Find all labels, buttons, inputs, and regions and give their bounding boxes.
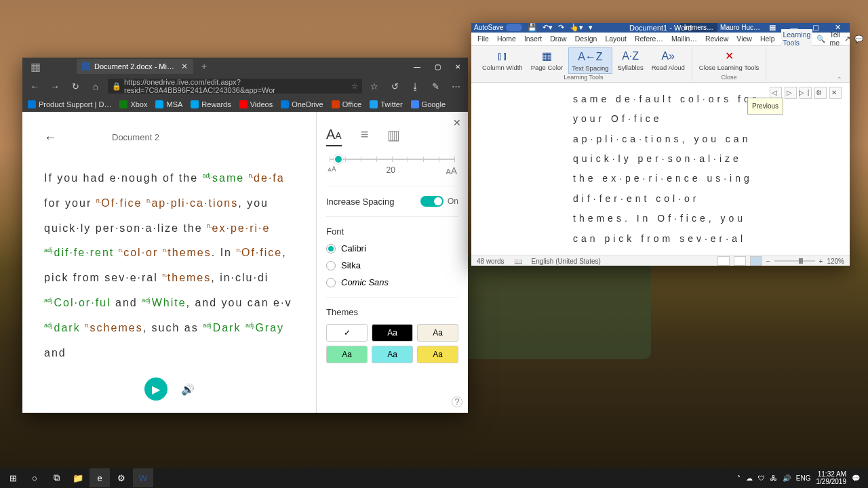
bookmark-item[interactable]: Xbox [119,100,147,108]
grammar-tab[interactable]: ≡ [361,127,369,146]
new-tab-button[interactable]: + [201,61,207,72]
comments-icon[interactable]: 💬 [854,35,863,43]
clock-time[interactable]: 11:32 AM [816,470,847,478]
zoom-out-icon[interactable]: − [766,258,770,265]
start-button[interactable]: ⊞ [3,468,23,487]
zoom-slider[interactable] [774,260,815,262]
file-explorer-icon[interactable]: 📁 [68,468,88,487]
share-icon[interactable]: ↗ [844,35,850,43]
font-sitka[interactable]: Sitka [326,260,458,270]
tab-draw[interactable]: Draw [548,33,569,44]
text-prefs-tab[interactable]: AA [326,127,342,146]
maximize-button[interactable]: ▢ [427,58,448,75]
refresh-icon[interactable]: ↻ [67,81,83,92]
network-tray-icon[interactable]: 🖧 [770,474,777,482]
tell-me[interactable]: Tell me [829,30,840,47]
notes-icon[interactable]: ✎ [427,81,443,92]
theme-white[interactable]: ✓ [326,324,368,342]
word-document[interactable]: ⌃ ◁ ▷ ▷| ⚙ ✕ Previous same de·fault col·… [471,83,850,256]
settings-icon[interactable]: ⚙ [111,468,132,487]
word-count[interactable]: 48 words [477,258,505,265]
tab-file[interactable]: File [475,33,491,44]
clock-date[interactable]: 1/29/2019 [816,478,847,485]
close-button[interactable]: ✕ [448,58,468,75]
tab-layout[interactable]: Layout [603,33,629,44]
text-size-slider[interactable]: ᴀA20ᴀA [326,159,458,176]
bookmark-item[interactable]: Twitter [370,100,402,108]
theme-yellow[interactable]: Aa [417,346,458,363]
tabs-icon[interactable]: ▦ [22,60,48,73]
bookmark-item[interactable]: MSA [155,100,182,108]
column-width-button[interactable]: ⫿⫿Column Width [479,47,526,74]
onedrive-tray-icon[interactable]: ☁ [746,474,753,482]
font-calibri[interactable]: Calibri [326,243,458,253]
volume-tray-icon[interactable]: 🔊 [783,474,791,482]
close-read-aloud-button[interactable]: ✕ [829,87,842,99]
theme-sepia[interactable]: Aa [417,324,458,342]
tray-up-icon[interactable]: ˄ [737,474,741,482]
tab-insert[interactable]: Insert [522,33,544,44]
ribbon-options-icon[interactable]: ▦ [763,23,782,32]
close-learning-tools-button[interactable]: ✕Close Learning Tools [696,47,762,73]
word-taskbar-icon[interactable]: W [133,468,153,487]
browser-tab[interactable]: Document 2.docx - Mi… ✕ [77,59,193,74]
bookmark-item[interactable]: Product Support | D… [28,100,111,108]
play-button[interactable]: ▶ [144,378,167,401]
language-indicator[interactable]: ENG [796,474,811,482]
bookmark-item[interactable]: Videos [239,100,273,108]
reading-tab[interactable]: ▥ [387,127,400,146]
undo-icon[interactable]: ↶▾ [542,23,553,32]
minimize-button[interactable]: — [407,58,427,75]
web-layout-icon[interactable] [750,256,762,266]
touch-icon[interactable]: 👆▾ [570,23,583,32]
edge-icon[interactable]: e [90,468,110,487]
theme-black[interactable]: Aa [372,324,413,342]
reader-back-icon[interactable]: ← [44,131,56,145]
qat-menu-icon[interactable]: ▾ [589,23,593,32]
theme-cyan[interactable]: Aa [372,346,413,363]
read-mode-icon[interactable] [717,256,730,266]
search-icon[interactable]: 🔍 [816,35,825,43]
bookmark-item[interactable]: Office [332,100,362,108]
voice-settings-icon[interactable]: 🔊 [181,383,195,396]
downloads-icon[interactable]: ⭳ [407,81,423,92]
redo-icon[interactable]: ↷ [558,23,564,32]
collapse-ribbon-icon[interactable]: ⌃ [837,73,846,86]
bookmark-item[interactable]: Google [411,100,446,108]
tab-design[interactable]: Design [573,33,599,44]
address-bar[interactable]: 🔒 https://onedrive.live.com/edit.aspx?re… [108,79,362,94]
spelling-icon[interactable]: 📖 [514,258,522,265]
tab-references[interactable]: Refere… [633,33,665,44]
zoom-level[interactable]: 120% [827,258,844,265]
history-icon[interactable]: ↺ [387,81,403,92]
forward-icon[interactable]: → [47,81,63,92]
home-icon[interactable]: ⌂ [87,81,104,92]
cortana-icon[interactable]: ○ [24,468,45,487]
font-comicsans[interactable]: Comic Sans [326,277,458,287]
tab-help[interactable]: Help [758,33,777,44]
security-tray-icon[interactable]: 🛡 [758,474,765,482]
save-icon[interactable]: 💾 [528,23,537,32]
back-icon[interactable]: ← [26,81,43,92]
text-spacing-button[interactable]: A←ZText Spacing [568,47,612,74]
play-button[interactable]: ▷ [785,87,797,99]
page-color-button[interactable]: ▦Page Color [528,47,566,74]
print-layout-icon[interactable] [734,256,746,266]
panel-close-icon[interactable]: ✕ [453,117,461,128]
help-icon[interactable]: ? [452,396,462,407]
tab-close-icon[interactable]: ✕ [181,62,188,71]
menu-icon[interactable]: ⋯ [448,81,464,92]
notifications-icon[interactable]: 💬 [852,474,860,482]
settings-button[interactable]: ⚙ [814,87,827,99]
autosave-toggle[interactable]: AutoSave [474,24,522,31]
tab-mailings[interactable]: Mailin… [669,33,699,44]
tab-view[interactable]: View [734,33,754,44]
user-name[interactable]: Mauro Huc… [720,24,760,31]
theme-green[interactable]: Aa [326,346,368,363]
zoom-in-icon[interactable]: + [819,258,823,265]
bookmark-item[interactable]: OneDrive [281,100,323,108]
tab-home[interactable]: Home [495,33,518,44]
tab-review[interactable]: Review [703,33,730,44]
syllables-button[interactable]: A·ZSyllables [615,47,646,74]
language[interactable]: English (United States) [532,258,601,265]
